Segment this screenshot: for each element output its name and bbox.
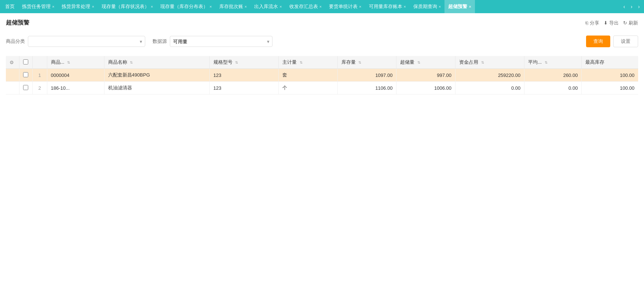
row-product-code: 186-10...	[47, 82, 104, 94]
export-button[interactable]: ⬇ 导出	[604, 20, 619, 26]
refresh-icon: ↻	[623, 20, 627, 26]
row-gear[interactable]	[6, 82, 19, 94]
category-select[interactable]	[28, 36, 145, 47]
nav-item-inout[interactable]: 出入库流水 ×	[250, 0, 285, 13]
nav-item-exception[interactable]: 拣货异常处理 ×	[58, 0, 98, 13]
sort-icon: ⇅	[130, 60, 133, 64]
gear-icon: ⚙	[10, 60, 14, 65]
close-icon[interactable]: ×	[359, 4, 361, 9]
row-spec: 123	[209, 69, 278, 82]
row-spec: 123	[209, 82, 278, 94]
close-icon[interactable]: ×	[279, 4, 282, 9]
category-select-wrapper	[28, 36, 145, 47]
table-row: 1 0000004 六配套新昌490BPG 123 套 1097.00 997.…	[6, 69, 638, 82]
col-header-index	[32, 56, 47, 69]
header-actions: ⎗ 分享 ⬇ 导出 ↻ 刷新	[585, 20, 638, 26]
col-header-gear[interactable]: ⚙	[6, 56, 19, 69]
row-checkbox[interactable]	[23, 72, 28, 77]
nav-item-batch[interactable]: 库存批次账 ×	[216, 0, 250, 13]
datasource-select-wrapper: 可用量 库存量	[170, 36, 272, 47]
nav-item-task-mgmt[interactable]: 拣货任务管理 ×	[18, 0, 58, 13]
datasource-select[interactable]: 可用量 库存量	[170, 36, 272, 47]
close-icon[interactable]: ×	[92, 4, 94, 9]
row-checkbox-cell[interactable]	[19, 82, 32, 94]
close-icon[interactable]: ×	[245, 4, 247, 9]
col-header-capital[interactable]: 资金占用 ⇅	[455, 56, 524, 69]
nav-next-button[interactable]: ›	[628, 0, 635, 13]
nav-more-button[interactable]: ›	[635, 0, 643, 13]
sort-icon: ⇅	[358, 60, 361, 64]
row-gear[interactable]	[6, 69, 19, 82]
nav-item-stock-dist[interactable]: 现存量（库存分布表） ×	[157, 0, 215, 13]
sort-icon: ⇅	[417, 60, 420, 64]
row-max-stock: 100.00	[582, 69, 638, 82]
refresh-button[interactable]: ↻ 刷新	[623, 20, 638, 26]
row-product-name: 机油滤清器	[104, 82, 209, 94]
col-header-avg[interactable]: 平均... ⇅	[524, 56, 582, 69]
row-unit: 个	[279, 82, 338, 94]
page-title: 超储预警	[6, 19, 29, 27]
sort-icon: ⇅	[67, 60, 70, 64]
row-capital: 0.00	[455, 82, 524, 94]
row-stock: 1106.00	[337, 82, 396, 94]
nav-item-summary[interactable]: 收发存汇总表 ×	[286, 0, 325, 13]
close-icon[interactable]: ×	[151, 4, 153, 9]
row-unit: 套	[279, 69, 338, 82]
row-avg: 260.00	[524, 69, 582, 82]
sort-icon: ⇅	[545, 60, 548, 64]
close-icon[interactable]: ×	[52, 4, 54, 9]
share-icon: ⎗	[585, 20, 588, 26]
table-row: 2 186-10... 机油滤清器 123 个 1106.00 1006.00 …	[6, 82, 638, 94]
nav-item-quality[interactable]: 保质期查询 ×	[410, 0, 444, 13]
datasource-filter: 数据源 可用量 库存量	[153, 36, 272, 47]
row-product-name: 六配套新昌490BPG	[104, 69, 209, 82]
col-header-product-code[interactable]: 商品... ⇅	[47, 56, 104, 69]
top-navigation: 首页 拣货任务管理 × 拣货异常处理 × 现存量（库存状况表） × 现存量（库存…	[0, 0, 644, 13]
col-header-product-name[interactable]: 商品名称 ⇅	[104, 56, 209, 69]
filter-row: 商品分类 数据源 可用量 库存量 查询 设置	[6, 33, 638, 50]
row-overstock: 997.00	[396, 69, 455, 82]
row-index: 2	[32, 82, 47, 94]
close-icon[interactable]: ×	[404, 4, 406, 9]
nav-item-overstock[interactable]: 超储预警 ×	[444, 0, 475, 13]
row-product-code: 0000004	[47, 69, 104, 82]
row-checkbox[interactable]	[23, 85, 28, 90]
row-index: 1	[32, 69, 47, 82]
share-button[interactable]: ⎗ 分享	[585, 20, 599, 26]
row-checkbox-cell[interactable]	[19, 69, 32, 82]
sort-icon: ⇅	[300, 60, 303, 64]
row-avg: 0.00	[524, 82, 582, 94]
select-all-checkbox[interactable]	[23, 59, 28, 64]
col-header-checkbox[interactable]	[19, 56, 32, 69]
nav-item-stock-status[interactable]: 现存量（库存状况表） ×	[98, 0, 157, 13]
sort-icon: ⇅	[235, 60, 238, 64]
table-header-row: ⚙ 商品... ⇅ 商品名称 ⇅ 规格型号 ⇅	[6, 56, 638, 69]
row-overstock: 1006.00	[396, 82, 455, 94]
row-stock: 1097.00	[337, 69, 396, 82]
category-label: 商品分类	[6, 38, 25, 45]
query-button[interactable]: 查询	[586, 36, 610, 47]
close-icon[interactable]: ×	[319, 4, 322, 9]
col-header-max-stock[interactable]: 最高库存	[582, 56, 638, 69]
page-header: 超储预警 ⎗ 分享 ⬇ 导出 ↻ 刷新	[6, 19, 638, 27]
category-filter: 商品分类	[6, 36, 145, 47]
close-icon[interactable]: ×	[209, 4, 212, 9]
nav-item-available[interactable]: 可用量库存账本 ×	[365, 0, 410, 13]
close-icon[interactable]: ×	[439, 4, 441, 9]
datasource-label: 数据源	[153, 38, 167, 45]
nav-item-order-stats[interactable]: 要货单统计表 ×	[325, 0, 365, 13]
col-header-overstock[interactable]: 超储量 ⇅	[396, 56, 455, 69]
close-icon[interactable]: ×	[469, 4, 471, 9]
col-header-unit[interactable]: 主计量 ⇅	[279, 56, 338, 69]
nav-prev-button[interactable]: ‹	[621, 0, 628, 13]
sort-icon: ⇅	[481, 60, 484, 64]
export-icon: ⬇	[604, 20, 608, 26]
filter-actions: 查询 设置	[586, 36, 638, 47]
page-container: 超储预警 ⎗ 分享 ⬇ 导出 ↻ 刷新 商品分类	[0, 13, 644, 293]
settings-button[interactable]: 设置	[613, 36, 638, 47]
col-header-spec[interactable]: 规格型号 ⇅	[209, 56, 278, 69]
col-header-stock[interactable]: 库存量 ⇅	[337, 56, 396, 69]
data-table: ⚙ 商品... ⇅ 商品名称 ⇅ 规格型号 ⇅	[6, 56, 638, 94]
nav-item-home[interactable]: 首页	[1, 0, 18, 13]
row-max-stock: 100.00	[582, 82, 638, 94]
